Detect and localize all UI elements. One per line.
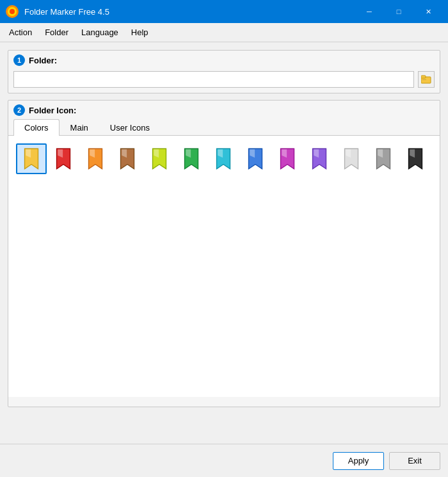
folder-section-header: 1 Folder: <box>8 51 440 69</box>
icon-section: 2 Folder Icon: Colors Main User Icons <box>8 100 440 407</box>
icon-cell-black[interactable] <box>400 143 431 174</box>
browse-button[interactable]: ··· <box>418 71 435 88</box>
purple-icon <box>310 147 328 170</box>
menu-language[interactable]: Language <box>75 25 125 40</box>
icon-cell-cyan[interactable] <box>208 143 239 174</box>
tab-user-icons[interactable]: User Icons <box>99 119 161 136</box>
orange-icon <box>86 147 104 170</box>
tab-colors[interactable]: Colors <box>13 119 60 136</box>
white-icon <box>342 147 360 170</box>
icon-cell-purple[interactable] <box>304 143 335 174</box>
tab-content-colors <box>8 136 440 397</box>
icon-cell-white[interactable] <box>336 143 367 174</box>
cyan-icon <box>214 147 232 170</box>
icon-cell-orange[interactable] <box>80 143 111 174</box>
icon-cell-brown[interactable] <box>112 143 143 174</box>
step-number-1: 1 <box>13 54 25 66</box>
green-icon <box>182 147 200 170</box>
svg-point-2 <box>10 9 15 14</box>
bottom-bar: Apply Exit <box>0 444 448 477</box>
maximize-button[interactable]: □ <box>384 0 413 23</box>
window-controls: ─ □ ✕ <box>355 0 443 23</box>
tab-main[interactable]: Main <box>60 119 99 136</box>
red-icon <box>54 147 72 170</box>
close-icon: ✕ <box>426 8 431 16</box>
icon-cell-blue[interactable] <box>240 143 271 174</box>
svg-text:···: ··· <box>422 77 426 82</box>
tabs-bar: Colors Main User Icons <box>8 116 440 136</box>
title-bar: Folder Marker Free 4.5 ─ □ ✕ <box>0 0 448 23</box>
apply-button[interactable]: Apply <box>333 452 384 470</box>
icon-cell-red[interactable] <box>48 143 79 174</box>
folder-label: Folder: <box>29 56 57 65</box>
blue-icon <box>246 147 264 170</box>
app-logo <box>5 4 19 19</box>
exit-button[interactable]: Exit <box>389 452 440 470</box>
step-number-2: 2 <box>13 104 25 116</box>
icon-cell-pink[interactable] <box>272 143 303 174</box>
lime-icon <box>150 147 168 170</box>
menu-help[interactable]: Help <box>125 25 155 40</box>
minimize-icon: ─ <box>367 8 372 15</box>
folder-input[interactable] <box>13 71 414 88</box>
folder-row: ··· <box>8 69 440 93</box>
yellow-icon <box>22 147 40 170</box>
pink-icon <box>278 147 296 170</box>
menu-bar: Action Folder Language Help <box>0 23 448 42</box>
icon-cell-lime[interactable] <box>144 143 175 174</box>
menu-action[interactable]: Action <box>3 25 38 40</box>
window-title: Folder Marker Free 4.5 <box>24 7 355 17</box>
color-icons-grid <box>13 141 435 177</box>
menu-folder[interactable]: Folder <box>38 25 75 40</box>
minimize-button[interactable]: ─ <box>355 0 384 23</box>
black-icon <box>406 147 424 170</box>
main-content: 1 Folder: ··· 2 Folder Icon: Colors Main… <box>0 42 448 477</box>
icon-cell-gray[interactable] <box>368 143 399 174</box>
folder-section: 1 Folder: ··· <box>8 50 440 93</box>
icon-cell-green[interactable] <box>176 143 207 174</box>
icon-section-header: 2 Folder Icon: <box>8 101 440 116</box>
browse-icon: ··· <box>421 75 431 84</box>
brown-icon <box>118 147 136 170</box>
close-button[interactable]: ✕ <box>413 0 443 23</box>
icon-section-label: Folder Icon: <box>29 106 76 115</box>
maximize-icon: □ <box>397 8 401 15</box>
gray-icon <box>374 147 392 170</box>
icon-cell-yellow[interactable] <box>16 143 47 174</box>
